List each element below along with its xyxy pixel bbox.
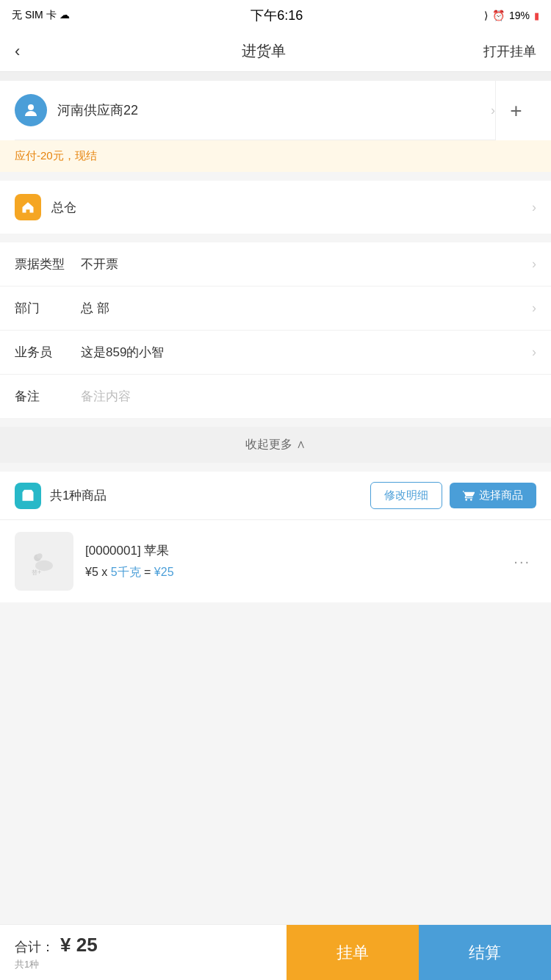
back-button[interactable]: ‹ — [15, 42, 44, 61]
status-right: ⟩ ⏰ 19% ▮ — [484, 10, 539, 21]
battery-level: 19% — [509, 10, 530, 21]
info-banner: 应付-20元，现结 — [0, 140, 551, 172]
open-hold-button[interactable]: 打开挂单 — [483, 43, 536, 60]
svg-text:替+: 替+ — [32, 569, 41, 576]
chevron-right-icon: › — [532, 345, 536, 360]
footer-count: 共1种 — [15, 958, 272, 971]
alarm-icon: ⏰ — [492, 10, 505, 21]
svg-point-2 — [37, 553, 42, 558]
product-count: 共1种商品 — [50, 487, 370, 504]
house-icon — [21, 200, 35, 215]
status-time: 下午6:16 — [251, 7, 303, 24]
add-supplier-button[interactable]: + — [495, 81, 536, 140]
remark-row[interactable]: 备注 备注内容 — [0, 375, 551, 418]
invoice-type-row[interactable]: 票据类型 不开票 › — [0, 242, 551, 287]
supplier-avatar — [15, 94, 47, 126]
supplier-name: 河南供应商22 — [57, 101, 491, 119]
product-header: 共1种商品 修改明细 选择商品 — [0, 472, 551, 520]
supplier-selector[interactable]: 河南供应商22 › — [15, 81, 495, 140]
salesperson-value: 这是859的小智 — [81, 344, 532, 361]
product-info: [0000001] 苹果 ¥5 x 5千克 = ¥25 — [85, 542, 508, 580]
battery-icon: ▮ — [534, 10, 539, 21]
shopping-bag-icon — [21, 489, 35, 503]
total-label: 合计： — [15, 938, 54, 956]
remark-value: 备注内容 — [81, 388, 536, 405]
select-product-label: 选择商品 — [479, 489, 523, 502]
bottom-spacer — [0, 602, 551, 661]
chevron-right-icon: › — [532, 200, 536, 215]
product-unit-price: ¥5 — [85, 566, 98, 578]
product-icon-bg — [15, 483, 41, 509]
svg-point-0 — [28, 104, 34, 110]
product-name: [0000001] 苹果 — [85, 542, 508, 559]
product-quantity: 5千克 — [111, 566, 141, 578]
warehouse-selector[interactable]: 总仓 › — [0, 181, 551, 234]
product-item: 替+ [0000001] 苹果 ¥5 x 5千克 = ¥25 ··· — [0, 520, 551, 602]
status-left: 无 SIM 卡 ☁ — [12, 9, 70, 22]
warehouse-icon-bg — [15, 194, 41, 220]
status-bar: 无 SIM 卡 ☁ 下午6:16 ⟩ ⏰ 19% ▮ — [0, 0, 551, 31]
chevron-right-icon: › — [532, 300, 536, 316]
product-id: [0000001] — [85, 544, 141, 558]
salesperson-row[interactable]: 业务员 这是859的小智 › — [0, 331, 551, 375]
person-icon — [22, 101, 40, 119]
product-price-row: ¥5 x 5千克 = ¥25 — [85, 565, 508, 580]
collapse-toggle[interactable]: 收起更多 ∧ — [0, 427, 551, 463]
footer-summary: 合计： ¥ 25 共1种 — [0, 934, 287, 971]
product-total: ¥25 — [154, 566, 174, 578]
edit-detail-button[interactable]: 修改明细 — [370, 482, 442, 509]
hold-order-button[interactable]: 挂单 — [287, 925, 419, 981]
invoice-type-label: 票据类型 — [15, 256, 81, 273]
checkout-button[interactable]: 结算 — [419, 925, 551, 981]
location-icon: ⟩ — [484, 10, 488, 21]
chevron-right-icon: › — [532, 256, 536, 272]
product-equals: = — [144, 566, 154, 578]
product-section: 共1种商品 修改明细 选择商品 替+ [0000001] 苹果 ¥5 — [0, 472, 551, 602]
product-more-button[interactable]: ··· — [508, 547, 536, 576]
page-title: 进货单 — [242, 41, 286, 61]
warehouse-name: 总仓 — [51, 199, 532, 216]
product-multiply: x — [101, 566, 110, 578]
product-thumbnail: 替+ — [15, 532, 73, 591]
total-amount: ¥ 25 — [60, 934, 98, 956]
salesperson-label: 业务员 — [15, 344, 81, 361]
footer-total: 合计： ¥ 25 — [15, 934, 272, 956]
product-image-placeholder: 替+ — [26, 544, 62, 579]
select-product-button[interactable]: 选择商品 — [450, 483, 536, 508]
remark-label: 备注 — [15, 388, 81, 405]
supplier-section: 河南供应商22 › + — [0, 81, 551, 140]
department-row[interactable]: 部门 总 部 › — [0, 287, 551, 331]
warehouse-section: 总仓 › — [0, 181, 551, 234]
department-value: 总 部 — [81, 300, 532, 317]
form-section: 票据类型 不开票 › 部门 总 部 › 业务员 这是859的小智 › 备注 备注… — [0, 242, 551, 418]
product-title: 苹果 — [144, 544, 169, 558]
invoice-type-value: 不开票 — [81, 256, 532, 273]
divider-top — [0, 72, 551, 81]
nav-bar: ‹ 进货单 打开挂单 — [0, 31, 551, 72]
department-label: 部门 — [15, 300, 81, 317]
footer: 合计： ¥ 25 共1种 挂单 结算 — [0, 924, 551, 980]
cart-icon — [463, 490, 475, 502]
